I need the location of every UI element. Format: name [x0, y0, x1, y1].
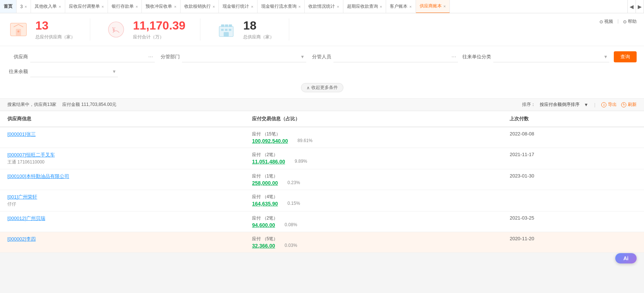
payable-count: 应付 （4笔） [252, 194, 495, 200]
supplier-link[interactable]: [000007]恒旺二手叉车 [7, 152, 55, 158]
person-input[interactable] [335, 54, 451, 59]
filter-row-2: 往来余额 ▼ [7, 66, 637, 77]
total-supplier-icon [215, 18, 237, 41]
bank-deposit-label: 银行存款单 [112, 3, 134, 10]
nav-tab-customer-ledger[interactable]: 客户账本 × [386, 0, 416, 13]
ar-ap-adj-label: 应收应付调整单 [69, 3, 100, 10]
supplier-sub: 仔仔 [7, 201, 237, 207]
payable-amount-link[interactable]: 100,092,540.00 [252, 138, 288, 144]
supplier-link[interactable]: [000012]广州贝瑞 [7, 216, 45, 221]
nav-tab-other-income[interactable]: 其他收入单 × [31, 0, 65, 13]
ar-ap-adj-close[interactable]: × [102, 4, 104, 9]
receipt-stat-close[interactable]: × [337, 4, 339, 9]
payable-count: 应付 （2笔） [252, 152, 495, 158]
sort-value[interactable]: 按应付余额倒序排序 [540, 101, 580, 108]
search-button[interactable]: 查询 [614, 51, 637, 62]
filter-section: 供应商 ··· 分管部门 ▼ 分管人员 ··· 往来单位分类 [0, 46, 644, 99]
other-income-label: 其他收入单 [35, 3, 57, 10]
other-income-close[interactable]: × [59, 4, 61, 9]
last-pay-cell: 2021-03-25 [502, 211, 644, 232]
table-row: [000001]张三应付 （15笔）100,092,540.0089.61%20… [0, 127, 644, 148]
nav-tab-3[interactable]: 3 × [17, 0, 31, 13]
nav-tab-receipt-stat[interactable]: 收款情况统计 × [305, 0, 343, 13]
nav-tab-prepay-ar[interactable]: 预收冲应收单 × [142, 0, 180, 13]
stat-block-total-suppliers: 18 总供应商（家） [215, 18, 289, 41]
customer-ledger-close[interactable]: × [409, 4, 412, 9]
supplier-input[interactable] [32, 54, 148, 59]
payable-info-cell: 应付 （15笔）100,092,540.0089.61% [245, 127, 502, 148]
receipt-verify-close[interactable]: × [213, 4, 215, 9]
nav-tab-receipt-verify[interactable]: 收款核销执行 × [181, 0, 219, 13]
supplier-link[interactable]: [000001]张三 [7, 131, 36, 137]
tab3-close[interactable]: × [25, 4, 27, 9]
payable-info-cell: 应付 （1笔）258,000.000.23% [245, 169, 502, 190]
svg-point-3 [108, 22, 124, 37]
payable-amount-link[interactable]: 94,600.00 [252, 222, 275, 228]
category-filter-label: 往来单位分类 [462, 54, 491, 60]
supplier-ledger-close[interactable]: × [444, 4, 446, 8]
last-pay-cell: 2022-08-08 [502, 127, 644, 148]
supplier-filter-label: 供应商 [7, 54, 28, 60]
nav-prev-button[interactable]: ◀ [628, 0, 636, 13]
receipt-verify-label: 收款核销执行 [184, 3, 211, 10]
payable-percent: 0.03% [279, 243, 297, 248]
export-button[interactable]: ⤓ 导出 [601, 101, 617, 108]
person-dots[interactable]: ··· [451, 54, 456, 60]
nav-tab-cash-bank-flow[interactable]: 现金银行流水查询 × [258, 0, 305, 13]
cash-bank-flow-close[interactable]: × [298, 4, 301, 9]
collapse-label: 收起更多条件 [311, 85, 338, 91]
dept-arrow[interactable]: ▼ [300, 54, 305, 59]
nav-tab-home[interactable]: 首页 [0, 0, 17, 13]
nav-next-button[interactable]: ▶ [636, 0, 644, 13]
nav-scroll-arrows: ◀ ▶ [627, 0, 644, 13]
supplier-dots[interactable]: ··· [148, 54, 153, 60]
video-icon[interactable]: ⊙ 视频 [599, 18, 613, 25]
nav-tab-ar-ap-adj[interactable]: 应收应付调整单 × [65, 0, 108, 13]
payable-amount-link[interactable]: 164,635.90 [252, 201, 278, 207]
payable-amount-link[interactable]: 11,051,486.00 [252, 159, 285, 165]
stat-payable-total-number: 11,170.39 [133, 19, 185, 32]
bank-deposit-close[interactable]: × [136, 4, 138, 9]
balance-arrow[interactable]: ▼ [112, 69, 116, 74]
refresh-button[interactable]: ↻ 刷新 [621, 101, 637, 108]
balance-input[interactable] [32, 69, 111, 74]
dept-input[interactable] [183, 54, 299, 59]
payable-amount-link[interactable]: 32,366.00 [252, 243, 275, 249]
payable-amount-link[interactable]: 258,000.00 [252, 180, 278, 186]
payable-info-cell: 应付 （5笔）32,366.000.03% [245, 232, 502, 253]
payable-row2: 32,366.000.03% [252, 242, 495, 249]
top-navigation: 首页 3 × 其他收入单 × 应收应付调整单 × 银行存款单 × 预收冲应收单 … [0, 0, 644, 13]
cash-bank-stat-close[interactable]: × [251, 4, 253, 9]
payable-percent: 0.23% [281, 180, 300, 185]
supplier-link[interactable]: [000100]本特勤油品有限公司 [7, 173, 69, 179]
sort-label: 排序： [522, 101, 535, 108]
category-arrow[interactable]: ▼ [603, 54, 608, 59]
filter-dept: 分管部门 ▼ [159, 51, 307, 62]
nav-tab-supplier-ledger[interactable]: 供应商账本 × [416, 0, 450, 13]
supplier-input-wrapper: ··· [30, 51, 155, 62]
payable-info-cell: 应付 （2笔）11,051,486.009.89% [245, 148, 502, 169]
supplier-info-cell: [001]广州荣轩仔仔 [0, 190, 245, 211]
result-info-amount: 应付金额 111,703,854.00元 [62, 101, 116, 108]
collapse-button[interactable]: ∧ 收起更多条件 [301, 83, 343, 92]
last-pay-cell: 2023-01-30 [502, 169, 644, 190]
help-icon[interactable]: ⊙ 帮助 [623, 18, 637, 25]
supplier-link[interactable]: [001]广州荣轩 [7, 194, 37, 200]
nav-tab-bank-deposit[interactable]: 银行存款单 × [108, 0, 142, 13]
supplier-ledger-label: 供应商账本 [420, 3, 442, 9]
category-input[interactable] [495, 54, 602, 59]
svg-point-2 [17, 31, 19, 32]
balance-input-wrapper: ▼ [30, 66, 118, 77]
svg-rect-9 [221, 29, 224, 31]
payable-supplier-icon [7, 18, 29, 41]
filter-category: 往来单位分类 ▼ [462, 51, 610, 62]
sort-arrow[interactable]: ▼ [584, 102, 588, 107]
supplier-link[interactable]: [000002]李四 [7, 236, 36, 242]
prepay-ar-close[interactable]: × [174, 4, 176, 9]
nav-tab-cash-bank-stat[interactable]: 现金银行统计 × [219, 0, 257, 13]
stats-header: 13 总应付供应商（家） ¥ 11,170.39 应付合计（万） [0, 13, 644, 46]
refresh-label: 刷新 [628, 101, 637, 108]
payable-row2: 94,600.000.08% [252, 221, 495, 228]
nav-tab-overdue-ar[interactable]: 超期应收款查询 × [343, 0, 386, 13]
overdue-ar-close[interactable]: × [380, 4, 382, 9]
